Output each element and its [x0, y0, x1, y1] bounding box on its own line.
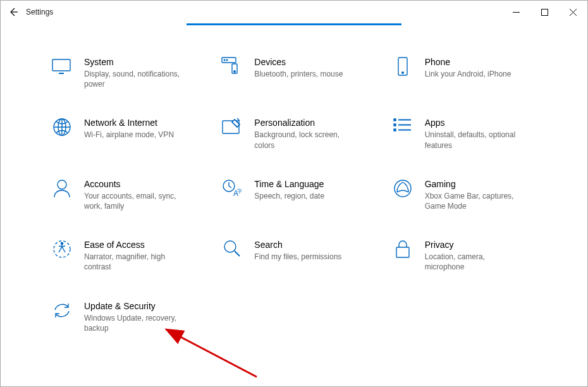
tile-personalization[interactable]: Personalization Background, lock screen,…: [221, 118, 372, 150]
tile-title: Phone: [425, 57, 511, 67]
tile-desc: Xbox Game Bar, captures, Game Mode: [425, 191, 526, 211]
close-button[interactable]: [559, 1, 587, 23]
svg-point-21: [61, 243, 63, 245]
tile-gaming[interactable]: Gaming Xbox Game Bar, captures, Game Mod…: [392, 179, 543, 211]
time-language-icon: A字: [221, 179, 243, 200]
svg-text:字: 字: [237, 188, 242, 194]
tile-network[interactable]: Network & Internet Wi-Fi, airplane mode,…: [51, 118, 202, 150]
tile-text: Time & Language Speech, region, date: [254, 179, 324, 211]
tile-privacy[interactable]: Privacy Location, camera, microphone: [392, 240, 543, 272]
phone-icon: [392, 57, 413, 78]
tile-text: Devices Bluetooth, printers, mouse: [254, 57, 343, 89]
svg-point-4: [234, 71, 235, 72]
accounts-icon: [51, 179, 73, 200]
tile-text: Network & Internet Wi-Fi, airplane mode,…: [84, 118, 174, 150]
tile-desc: Wi-Fi, airplane mode, VPN: [84, 130, 174, 140]
tile-title: Time & Language: [254, 179, 324, 189]
privacy-icon: [392, 240, 413, 261]
maximize-icon: [541, 9, 548, 16]
tile-desc: Narrator, magnifier, high contrast: [84, 252, 185, 272]
tile-apps[interactable]: Apps Uninstall, defaults, optional featu…: [392, 118, 543, 150]
tile-desc: Bluetooth, printers, mouse: [254, 69, 343, 79]
tile-text: Update & Security Windows Update, recove…: [84, 301, 185, 333]
tile-title: Personalization: [254, 118, 355, 128]
tile-system[interactable]: System Display, sound, notifications, po…: [51, 57, 202, 89]
update-icon: [51, 301, 73, 322]
tile-desc: Link your Android, iPhone: [425, 69, 511, 79]
svg-point-5: [224, 59, 226, 61]
tile-desc: Display, sound, notifications, power: [84, 69, 185, 89]
tile-desc: Windows Update, recovery, backup: [84, 313, 185, 333]
minimize-button[interactable]: [502, 1, 530, 23]
close-icon: [570, 9, 577, 16]
tile-text: Personalization Background, lock screen,…: [254, 118, 355, 150]
tile-title: Accounts: [84, 179, 185, 189]
tile-desc: Your accounts, email, sync, work, family: [84, 191, 185, 211]
tile-title: Search: [254, 240, 341, 250]
tile-title: Devices: [254, 57, 343, 67]
back-button[interactable]: [1, 7, 26, 17]
tile-title: System: [84, 57, 185, 67]
tile-time[interactable]: A字 Time & Language Speech, region, date: [221, 179, 372, 211]
maximize-button[interactable]: [530, 1, 559, 23]
svg-rect-23: [396, 247, 409, 257]
tile-phone[interactable]: Phone Link your Android, iPhone: [392, 57, 543, 89]
minimize-icon: [513, 9, 520, 16]
tile-title: Network & Internet: [84, 118, 174, 128]
svg-rect-14: [394, 129, 396, 131]
tile-title: Gaming: [425, 179, 526, 189]
svg-point-8: [401, 72, 403, 74]
tile-title: Privacy: [425, 240, 526, 250]
tile-desc: Speech, region, date: [254, 191, 324, 201]
tile-desc: Uninstall, defaults, optional features: [425, 130, 526, 150]
personalization-icon: [221, 118, 243, 139]
tile-text: Gaming Xbox Game Bar, captures, Game Mod…: [425, 179, 526, 211]
gaming-icon: [392, 179, 413, 200]
svg-rect-13: [394, 124, 396, 126]
svg-line-25: [166, 329, 257, 377]
tile-text: Ease of Access Narrator, magnifier, high…: [84, 240, 185, 272]
search-icon: [221, 240, 243, 261]
window-title: Settings: [26, 8, 53, 16]
tile-devices[interactable]: Devices Bluetooth, printers, mouse: [221, 57, 372, 89]
settings-grid: System Display, sound, notifications, po…: [51, 57, 543, 333]
svg-rect-1: [52, 59, 70, 71]
tile-ease-of-access[interactable]: Ease of Access Narrator, magnifier, high…: [51, 240, 202, 272]
svg-point-15: [58, 180, 66, 189]
tile-title: Apps: [425, 118, 526, 128]
back-arrow-icon: [8, 7, 18, 17]
search-accent-underline: [187, 23, 401, 25]
svg-point-19: [395, 180, 411, 197]
svg-rect-0: [542, 9, 548, 15]
svg-point-6: [227, 59, 228, 61]
devices-icon: [221, 57, 243, 78]
tile-update-security[interactable]: Update & Security Windows Update, recove…: [51, 301, 202, 333]
tile-desc: Location, camera, microphone: [425, 252, 526, 272]
tile-text: Search Find my files, permissions: [254, 240, 341, 272]
tile-accounts[interactable]: Accounts Your accounts, email, sync, wor…: [51, 179, 202, 211]
svg-point-22: [224, 241, 236, 252]
tile-text: System Display, sound, notifications, po…: [84, 57, 185, 89]
tile-desc: Background, lock screen, colors: [254, 130, 355, 150]
svg-rect-12: [394, 119, 396, 121]
tile-text: Accounts Your accounts, email, sync, wor…: [84, 179, 185, 211]
tile-text: Phone Link your Android, iPhone: [425, 57, 511, 89]
tile-text: Privacy Location, camera, microphone: [425, 240, 526, 272]
apps-icon: [392, 118, 413, 139]
tile-desc: Find my files, permissions: [254, 252, 341, 262]
globe-icon: [51, 118, 73, 139]
tile-search[interactable]: Search Find my files, permissions: [221, 240, 372, 272]
ease-of-access-icon: [51, 240, 73, 261]
system-icon: [51, 57, 73, 78]
tile-title: Update & Security: [84, 301, 185, 311]
tile-title: Ease of Access: [84, 240, 185, 250]
titlebar: Settings: [1, 1, 587, 23]
tile-text: Apps Uninstall, defaults, optional featu…: [425, 118, 526, 150]
settings-home: System Display, sound, notifications, po…: [1, 38, 587, 333]
window-controls: [502, 1, 587, 23]
